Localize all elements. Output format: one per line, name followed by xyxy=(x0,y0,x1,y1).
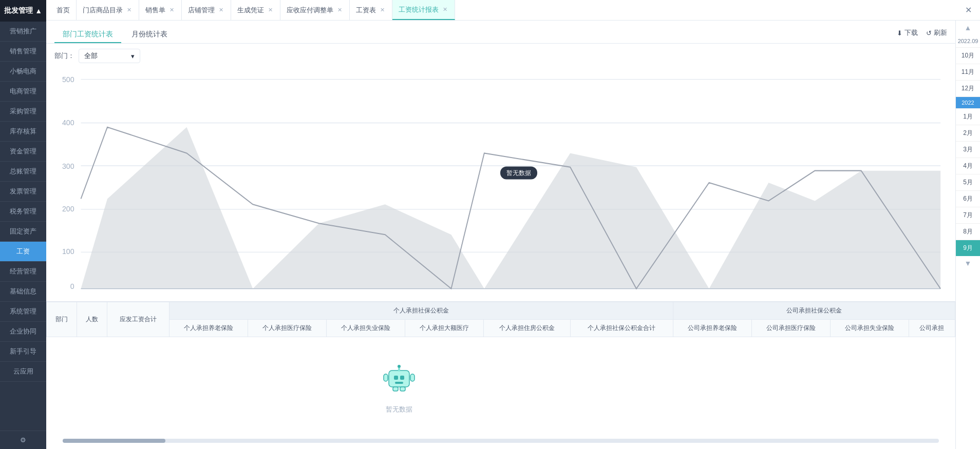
svg-text:500: 500 xyxy=(62,75,74,84)
sidebar-item-marketing[interactable]: 营销推广 xyxy=(0,22,46,42)
sidebar-item-ecommerce-small[interactable]: 小畅电商 xyxy=(0,62,46,82)
sidebar-item-purchase[interactable]: 采购管理 xyxy=(0,102,46,122)
date-2022-label: 2022.09 xyxy=(956,35,980,47)
sidebar-item-sales[interactable]: 销售管理 xyxy=(0,42,46,62)
download-icon: ⬇ xyxy=(897,29,902,37)
col-headcount: 人数 xyxy=(77,302,107,337)
sidebar-item-basic[interactable]: 基础信息 xyxy=(0,282,46,302)
sidebar: 批发管理 ▲ 营销推广 销售管理 小畅电商 电商管理 采购管理 库存核算 资金管… xyxy=(0,0,46,449)
sidebar-title: 批发管理 xyxy=(4,6,33,15)
date-month-9[interactable]: 9月 xyxy=(956,240,980,256)
sidebar-item-enterprise[interactable]: 企业协同 xyxy=(0,322,46,342)
refresh-button[interactable]: ↺ 刷新 xyxy=(926,28,947,37)
col-group-personal: 个人承担社保公积金 xyxy=(169,302,673,320)
scrollbar-thumb[interactable] xyxy=(63,439,165,443)
date-month-5[interactable]: 5月 xyxy=(956,174,980,190)
refresh-icon: ↺ xyxy=(926,29,932,37)
date-month-2[interactable]: 2月 xyxy=(956,125,980,141)
dept-label: 部门： xyxy=(54,51,74,61)
sidebar-item-operations[interactable]: 经营管理 xyxy=(0,262,46,282)
col-company-medical: 公司承担医疗保险 xyxy=(751,320,830,337)
tab-catalog[interactable]: 门店商品目录 ✕ xyxy=(77,0,139,20)
svg-text:300: 300 xyxy=(62,162,74,170)
date-month-11[interactable]: 11月 xyxy=(956,64,980,80)
sidebar-item-assets[interactable]: 固定资产 xyxy=(0,222,46,242)
col-personal-medical: 个人承担医疗保险 xyxy=(248,320,327,337)
sidebar-item-ecommerce[interactable]: 电商管理 xyxy=(0,82,46,102)
tab-store-close[interactable]: ✕ xyxy=(218,6,224,14)
close-all-button[interactable]: ✕ xyxy=(961,3,976,17)
svg-text:0: 0 xyxy=(70,282,74,290)
date-month-10[interactable]: 10月 xyxy=(956,47,980,64)
date-panel: ▲ 2022.09 10月 11月 12月 2022 1月 2月 3月 4月 5… xyxy=(955,21,980,449)
page-content: 部门工资统计表 月份统计表 ⬇ 下载 ↺ 刷新 xyxy=(46,21,980,449)
tab-payroll-close[interactable]: ✕ xyxy=(379,6,386,14)
sidebar-item-inventory[interactable]: 库存核算 xyxy=(0,122,46,142)
area-chart: 500 400 300 200 100 0 xyxy=(54,72,947,297)
svg-rect-17 xyxy=(398,367,400,372)
sub-tab-dept[interactable]: 部门工资统计表 xyxy=(54,27,121,43)
dept-select[interactable]: 全部 ▾ xyxy=(79,49,140,63)
col-company-other: 公司承担 xyxy=(909,320,955,337)
col-personal-pension: 个人承担养老保险 xyxy=(169,320,248,337)
empty-text: 暂无数据 xyxy=(386,405,412,414)
date-nav-down[interactable]: ▼ xyxy=(962,256,975,270)
sidebar-item-tax[interactable]: 税务管理 xyxy=(0,202,46,222)
sidebar-item-ledger[interactable]: 总账管理 xyxy=(0,162,46,182)
svg-rect-16 xyxy=(395,382,403,384)
sidebar-item-finance[interactable]: 资金管理 xyxy=(0,142,46,162)
svg-text:100: 100 xyxy=(62,247,74,256)
sidebar-settings-button[interactable]: ⚙ xyxy=(0,431,46,449)
tab-payroll[interactable]: 工资表 ✕ xyxy=(350,0,392,20)
date-nav-up[interactable]: ▲ xyxy=(962,21,975,35)
sidebar-item-cloud[interactable]: 云应用 xyxy=(0,362,46,382)
date-month-7[interactable]: 7月 xyxy=(956,207,980,223)
sub-tab-month[interactable]: 月份统计表 xyxy=(123,27,176,43)
sidebar-item-guide[interactable]: 新手引导 xyxy=(0,342,46,362)
tab-payroll-report-close[interactable]: ✕ xyxy=(442,6,448,13)
tab-store[interactable]: 店铺管理 ✕ xyxy=(182,0,231,20)
svg-text:200: 200 xyxy=(62,205,74,213)
chart-area: 500 400 300 200 100 0 xyxy=(46,68,955,301)
empty-state: 暂无数据 xyxy=(47,337,752,435)
col-company-pension: 公司承担养老保险 xyxy=(673,320,751,337)
date-month-3[interactable]: 3月 xyxy=(956,141,980,158)
date-month-4[interactable]: 4月 xyxy=(956,158,980,174)
tab-sales-order[interactable]: 销售单 ✕ xyxy=(139,0,182,20)
download-button[interactable]: ⬇ 下载 xyxy=(897,28,918,37)
sidebar-header[interactable]: 批发管理 ▲ xyxy=(0,0,46,22)
data-table: 部门 人数 应发工资合计 个人承担社保公积金 公司承担社保公积金 个人承担养老保… xyxy=(46,302,955,435)
tab-receivable[interactable]: 应收应付调整单 ✕ xyxy=(280,0,350,20)
horizontal-scrollbar[interactable] xyxy=(63,439,939,443)
center-panel: 部门工资统计表 月份统计表 ⬇ 下载 ↺ 刷新 xyxy=(46,21,955,449)
date-month-12[interactable]: 12月 xyxy=(956,80,980,96)
tab-home[interactable]: 首页 xyxy=(50,0,77,20)
col-total-salary: 应发工资合计 xyxy=(107,302,169,337)
sidebar-item-invoice[interactable]: 发票管理 xyxy=(0,182,46,202)
svg-rect-19 xyxy=(384,374,388,381)
svg-text:400: 400 xyxy=(62,118,74,126)
tab-catalog-close[interactable]: ✕ xyxy=(126,6,133,14)
data-table-area: 部门 人数 应发工资合计 个人承担社保公积金 公司承担社保公积金 个人承担养老保… xyxy=(46,301,955,435)
tab-receivable-close[interactable]: ✕ xyxy=(336,6,343,14)
tab-voucher[interactable]: 生成凭证 ✕ xyxy=(231,0,280,20)
tab-sales-order-close[interactable]: ✕ xyxy=(168,6,175,14)
tab-bar-end: ✕ xyxy=(961,3,976,17)
empty-icon xyxy=(379,358,420,399)
svg-rect-13 xyxy=(389,370,409,387)
date-month-6[interactable]: 6月 xyxy=(956,190,980,207)
date-year-2022-marker[interactable]: 2022 xyxy=(956,96,980,108)
sidebar-item-salary[interactable]: 工资 xyxy=(0,242,46,262)
date-month-8[interactable]: 8月 xyxy=(956,223,980,240)
tab-voucher-close[interactable]: ✕ xyxy=(267,6,274,14)
tab-payroll-report[interactable]: 工资统计报表 ✕ xyxy=(392,0,455,20)
col-company-unemployment: 公司承担失业保险 xyxy=(830,320,909,337)
main-area: 首页 门店商品目录 ✕ 销售单 ✕ 店铺管理 ✕ 生成凭证 ✕ 应收应付调整单 … xyxy=(46,0,980,449)
col-group-company: 公司承担社保公积金 xyxy=(673,302,955,320)
col-personal-major-medical: 个人承担大额医疗 xyxy=(405,320,484,337)
svg-rect-20 xyxy=(410,374,414,381)
svg-rect-15 xyxy=(400,376,404,380)
sidebar-item-system[interactable]: 系统管理 xyxy=(0,302,46,322)
date-month-1[interactable]: 1月 xyxy=(956,108,980,125)
sub-tab-bar: 部门工资统计表 月份统计表 ⬇ 下载 ↺ 刷新 xyxy=(46,21,955,44)
